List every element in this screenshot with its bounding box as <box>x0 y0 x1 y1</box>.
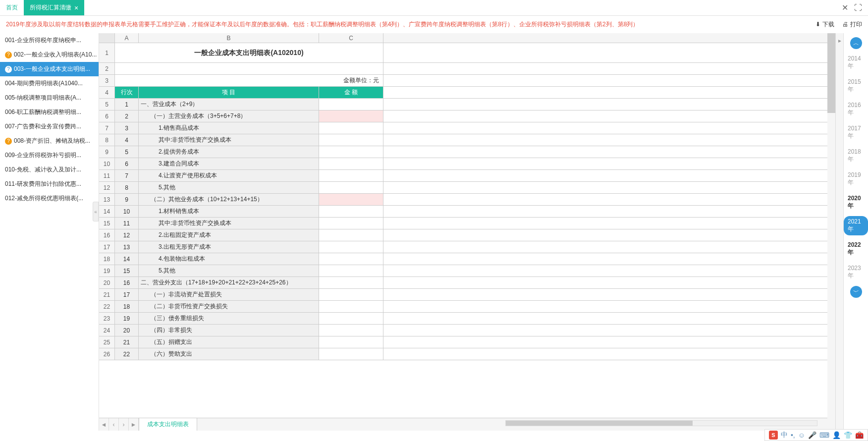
cell-amount[interactable] <box>319 206 383 217</box>
cell-line-no[interactable]: 2 <box>115 110 139 122</box>
cell-amount[interactable] <box>319 229 383 241</box>
cell-line-no[interactable]: 20 <box>115 325 139 336</box>
cell-amount[interactable] <box>319 99 383 110</box>
row-header[interactable]: 9 <box>99 146 115 158</box>
row-header[interactable]: 20 <box>99 277 115 288</box>
cell-item-name[interactable]: （一）主营业务成本（3+5+6+7+8） <box>139 110 319 122</box>
cell-amount[interactable] <box>319 194 383 205</box>
cell-amount[interactable] <box>319 182 383 193</box>
cell-line-no[interactable]: 1 <box>115 99 139 110</box>
row-header[interactable]: 24 <box>99 325 115 336</box>
row-header[interactable]: 25 <box>99 336 115 348</box>
sheet-body[interactable]: 1一般企业成本支出明细表(A102010)23金额单位：元4行次项 目金 额51… <box>99 43 827 418</box>
row-header[interactable]: 26 <box>99 348 115 360</box>
year-scroll-up[interactable]: ︿ <box>850 37 862 49</box>
cell-item-name[interactable]: 5.其他 <box>139 265 319 276</box>
year-option[interactable]: 2018年 <box>844 146 868 165</box>
cell-item-name[interactable]: 3.建造合同成本 <box>139 158 319 169</box>
year-option[interactable]: 2022年 <box>844 239 868 259</box>
cell-line-no[interactable]: 14 <box>115 253 139 265</box>
sidebar-item-1[interactable]: ?002-一般企业收入明细表(A10... <box>0 48 99 62</box>
cell-item-name[interactable]: 2.出租固定资产成本 <box>139 229 319 241</box>
cell-item-name[interactable]: 1.销售商品成本 <box>139 122 319 134</box>
year-option[interactable]: 2015年 <box>844 76 868 96</box>
cell-amount[interactable] <box>319 218 383 229</box>
sheet-tab-active[interactable]: 成本支出明细表 <box>139 418 197 431</box>
cell-item-name[interactable]: 4.让渡资产使用权成本 <box>139 170 319 181</box>
cell-item-name[interactable]: （二）非货币性资产交换损失 <box>139 301 319 312</box>
cell-line-no[interactable]: 5 <box>115 146 139 158</box>
cell-item-name[interactable]: 二、营业外支出（17+18+19+20+21+22+23+24+25+26） <box>139 277 319 288</box>
row-header[interactable]: 11 <box>99 170 115 181</box>
cell-item-name[interactable]: 1.材料销售成本 <box>139 206 319 217</box>
row-header[interactable]: 5 <box>99 99 115 110</box>
cell-item-name[interactable]: （四）非常损失 <box>139 325 319 336</box>
year-option[interactable]: 2020年 <box>844 193 868 212</box>
year-option[interactable]: 2021年 <box>844 216 868 235</box>
cell-line-no[interactable]: 11 <box>115 218 139 229</box>
fullscreen-icon[interactable]: ⛶ <box>854 3 862 12</box>
col-header-c[interactable]: C <box>319 33 383 43</box>
cell-line-no[interactable]: 22 <box>115 348 139 360</box>
year-scroll-down[interactable]: ﹀ <box>850 286 862 298</box>
row-header[interactable]: 13 <box>99 194 115 205</box>
year-option[interactable]: 2019年 <box>844 169 868 189</box>
cell-amount[interactable] <box>319 158 383 169</box>
select-all-corner[interactable] <box>99 33 115 43</box>
cell-line-no[interactable]: 10 <box>115 206 139 217</box>
cell-amount[interactable] <box>319 301 383 312</box>
cell-item-name[interactable]: 其中:非货币性资产交换成本 <box>139 218 319 229</box>
cell-item-name[interactable]: 一、营业成本（2+9） <box>139 99 319 110</box>
cell-line-no[interactable]: 9 <box>115 194 139 205</box>
col-header-a[interactable]: A <box>115 33 139 43</box>
cell-item-name[interactable]: 其中:非货币性资产交换成本 <box>139 134 319 146</box>
row-header[interactable]: 2 <box>99 63 115 74</box>
row-header[interactable]: 17 <box>99 241 115 253</box>
cell-line-no[interactable]: 18 <box>115 301 139 312</box>
sheet-nav-first[interactable]: ◄ <box>99 418 109 431</box>
year-option[interactable]: 2017年 <box>844 123 868 142</box>
cell-line-no[interactable]: 21 <box>115 336 139 348</box>
row-header[interactable]: 14 <box>99 206 115 217</box>
cell-amount[interactable] <box>319 265 383 276</box>
cell-amount[interactable] <box>319 134 383 146</box>
sidebar-item-2[interactable]: ?003-一般企业成本支出明细... <box>0 62 99 76</box>
cell-item-name[interactable]: （二）其他业务成本（10+12+13+14+15） <box>139 194 319 205</box>
tab-tax-settlement[interactable]: 所得税汇算清缴 × <box>24 0 84 15</box>
sidebar-item-10[interactable]: 011-研发费用加计扣除优惠... <box>0 177 99 191</box>
cell-amount[interactable] <box>319 110 383 122</box>
cell-item-name[interactable]: （一）非流动资产处置损失 <box>139 289 319 300</box>
row-header[interactable]: 7 <box>99 122 115 134</box>
row-header[interactable]: 16 <box>99 229 115 241</box>
row-header[interactable]: 23 <box>99 313 115 324</box>
cell-item-name[interactable]: （五）捐赠支出 <box>139 336 319 348</box>
cell-amount[interactable] <box>319 336 383 348</box>
sidebar-item-5[interactable]: 006-职工薪酬纳税调整明细... <box>0 105 99 119</box>
row-header[interactable]: 8 <box>99 134 115 146</box>
cell-line-no[interactable]: 17 <box>115 289 139 300</box>
cell-line-no[interactable]: 4 <box>115 134 139 146</box>
close-window-icon[interactable]: ✕ <box>842 3 848 12</box>
sidebar-item-4[interactable]: 005-纳税调整项目明细表(A... <box>0 91 99 105</box>
col-header-b[interactable]: B <box>139 33 319 43</box>
cell-item-name[interactable]: （六）赞助支出 <box>139 348 319 360</box>
cell-amount[interactable] <box>319 277 383 288</box>
sheet-nav-next[interactable]: › <box>119 418 129 431</box>
cell-amount[interactable] <box>319 170 383 181</box>
year-option[interactable]: 2016年 <box>844 100 868 119</box>
row-header[interactable]: 6 <box>99 110 115 122</box>
cell-amount[interactable] <box>319 253 383 265</box>
cell-item-name[interactable]: 2.提供劳务成本 <box>139 146 319 158</box>
cell-amount[interactable] <box>319 348 383 360</box>
year-option[interactable]: 2023年 <box>844 263 868 282</box>
row-header[interactable]: 18 <box>99 253 115 265</box>
cell-amount[interactable] <box>319 325 383 336</box>
cell-line-no[interactable]: 6 <box>115 158 139 169</box>
sidebar-item-8[interactable]: 009-企业所得税弥补亏损明... <box>0 148 99 163</box>
sheet-nav-last[interactable]: ► <box>129 418 139 431</box>
download-button[interactable]: ⬇ 下载 <box>815 20 834 29</box>
sheet-nav-prev[interactable]: ‹ <box>109 418 119 431</box>
cell-line-no[interactable]: 8 <box>115 182 139 193</box>
right-panel-expand[interactable]: ▸ <box>835 33 843 431</box>
year-option[interactable]: 2014年 <box>844 53 868 72</box>
